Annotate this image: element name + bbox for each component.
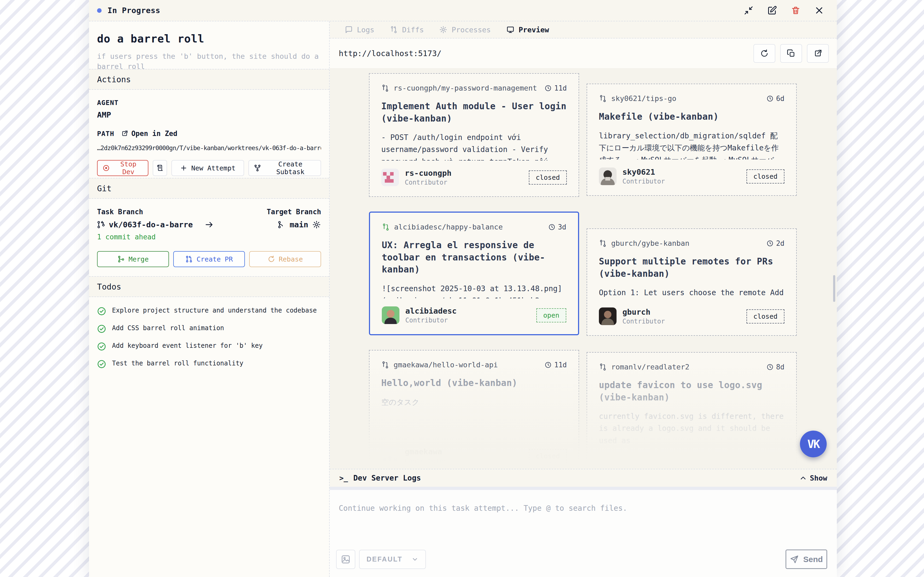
clock-icon: [548, 224, 555, 230]
stop-dev-button[interactable]: Stop Dev: [97, 160, 149, 176]
pull-request-icon: [382, 223, 390, 231]
path-label: PATH: [97, 130, 114, 137]
vibe-kanban-fab[interactable]: VK: [800, 430, 827, 457]
card-age: 2d: [776, 239, 784, 247]
card-description: 空のタスク: [381, 396, 567, 408]
status-badge: open: [536, 308, 566, 322]
edit-button[interactable]: [767, 5, 777, 16]
clock-icon: [544, 85, 552, 92]
url-input[interactable]: http://localhost:5173/: [339, 49, 753, 58]
todo-item: Add keyboard event listener for 'b' key: [97, 342, 321, 351]
create-pr-button[interactable]: Create PR: [173, 251, 245, 267]
status-badge: closed: [529, 171, 567, 185]
attempt-main-panel: Logs Diffs Processes Preview: [330, 21, 837, 577]
new-attempt-button[interactable]: New Attempt: [171, 160, 244, 176]
card-description: currently favicon.svg is different, ther…: [599, 410, 784, 446]
target-branch-label: Target Branch: [267, 208, 321, 216]
check-circle-icon: [97, 359, 106, 369]
preview-viewport: rs-cuongph/my-password-management 11d Im…: [330, 68, 837, 469]
card-title: Support multiple remotes for PRs (vibe-k…: [599, 255, 784, 280]
preview-url-bar: http://localhost:5173/: [330, 39, 837, 68]
agent-value: AMP: [97, 110, 321, 119]
card-repo: romanlv/readlater2: [611, 363, 762, 371]
check-circle-icon: [97, 324, 106, 334]
chevron-down-icon: [412, 556, 418, 563]
section-header-todos: Todos: [89, 276, 329, 297]
arrow-right-icon: [205, 220, 213, 229]
todo-item: Explore project structure and understand…: [97, 307, 321, 316]
card-description: library_selection/db_migration/sqldef 配下…: [599, 130, 784, 160]
clock-icon: [767, 240, 774, 247]
task-card[interactable]: romanlv/readlater2 8d update favicon to …: [586, 352, 797, 469]
dev-server-logs-bar[interactable]: >_ Dev Server Logs Show: [330, 469, 837, 487]
rebase-button[interactable]: Rebase: [249, 251, 321, 267]
tab-diffs[interactable]: Diffs: [390, 26, 424, 34]
copy-url-button[interactable]: [780, 44, 802, 63]
card-username: sky0621: [622, 168, 665, 177]
branch-settings-button[interactable]: [312, 220, 321, 229]
open-in-zed-button[interactable]: Open in Zed: [121, 130, 177, 137]
composer-divider: [330, 487, 837, 490]
external-link-icon: [814, 49, 822, 58]
show-logs-toggle[interactable]: Show: [800, 474, 827, 482]
dev-logs-button[interactable]: [153, 160, 167, 176]
todo-item: Add CSS barrel roll animation: [97, 324, 321, 334]
tab-logs[interactable]: Logs: [345, 26, 374, 34]
task-card[interactable]: rs-cuongph/my-password-management 11d Im…: [369, 73, 579, 197]
fork-icon: [254, 164, 261, 172]
status-badge: closed: [529, 449, 567, 463]
task-branch-value: vk/063f-do-a-barre: [109, 220, 193, 229]
card-repo: gburch/gybe-kanban: [611, 239, 762, 247]
git-section: Task Branch Target Branch vk/063f-do-a-b…: [89, 199, 329, 276]
copy-icon: [787, 49, 795, 58]
card-repo: alcibiadesc/happy-balance: [394, 223, 544, 231]
diff-branch-icon: [390, 26, 398, 34]
send-button[interactable]: Send: [785, 550, 827, 569]
scroll-icon: [156, 164, 164, 172]
trash-icon: [791, 6, 800, 15]
card-title: Implement Auth module - User login (vibe…: [381, 100, 567, 124]
variant-dropdown[interactable]: DEFAULT: [359, 550, 426, 569]
task-card[interactable]: gburch/gybe-kanban 2d Support multiple r…: [586, 228, 797, 336]
card-age: 3d: [558, 223, 566, 231]
card-age: 6d: [776, 95, 784, 103]
card-username: gmaekawa: [405, 447, 447, 456]
pull-request-icon: [599, 95, 607, 103]
task-description: if users press the 'b' button, the site …: [97, 51, 321, 72]
task-card[interactable]: gmaekawa/hello-world-api 11d Hello,world…: [369, 350, 579, 469]
todo-item: Test the barrel roll functionality: [97, 359, 321, 369]
preview-scrollbar[interactable]: [833, 275, 835, 302]
commit-status: 1 commit ahead: [97, 233, 321, 241]
avatar: [382, 306, 399, 324]
delete-button[interactable]: [790, 5, 801, 16]
card-age: 8d: [776, 363, 784, 371]
create-subtask-button[interactable]: Create Subtask: [249, 160, 321, 176]
tab-preview[interactable]: Preview: [506, 26, 549, 34]
task-sidebar: do a barrel roll if users press the 'b' …: [89, 21, 330, 577]
section-header-git: Git: [89, 178, 329, 199]
open-external-button[interactable]: [807, 44, 829, 63]
close-icon: [815, 6, 824, 15]
refresh-button[interactable]: [753, 44, 775, 63]
task-card[interactable]: sky0621/tips-go 6d Makefile (vibe-kanban…: [586, 84, 797, 196]
desktop-background: In Progress do a barrel ro: [0, 0, 924, 577]
task-title-block: do a barrel roll if users press the 'b' …: [89, 21, 329, 69]
avatar: [599, 168, 617, 185]
card-role: Contributor: [405, 457, 447, 465]
avatar: [381, 169, 399, 186]
stop-icon: [102, 164, 110, 172]
collapse-button[interactable]: [743, 5, 754, 16]
tab-processes[interactable]: Processes: [439, 26, 491, 34]
merge-button[interactable]: Merge: [97, 251, 169, 267]
card-age: 11d: [554, 84, 567, 92]
refresh-icon: [760, 49, 769, 58]
chevron-up-icon: [800, 475, 807, 482]
task-card-selected[interactable]: alcibiadesc/happy-balance 3d UX: Arregla…: [369, 211, 579, 335]
card-repo: rs-cuongph/my-password-management: [394, 84, 540, 92]
message-composer: DEFAULT Send: [330, 490, 837, 577]
attach-image-button[interactable]: [336, 550, 355, 569]
card-repo: gmaekawa/hello-world-api: [394, 361, 540, 369]
status-label: In Progress: [107, 6, 160, 15]
close-button[interactable]: [814, 5, 825, 16]
followup-input[interactable]: [330, 490, 837, 535]
